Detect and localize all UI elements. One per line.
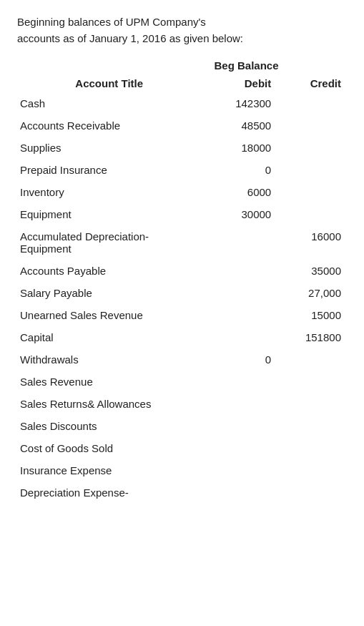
- table-row: Sales Discounts: [17, 415, 347, 437]
- cell-account: Insurance Expense: [17, 459, 207, 481]
- table-row: Depreciation Expense-: [17, 481, 347, 504]
- cell-credit: [277, 348, 347, 371]
- table-row: Withdrawals0: [17, 348, 347, 371]
- cell-credit: [277, 371, 347, 393]
- cell-debit: [207, 481, 277, 504]
- cell-credit: [277, 92, 347, 114]
- cell-account: Accounts Payable: [17, 260, 207, 282]
- cell-credit: 27,000: [277, 282, 347, 304]
- cell-account: Accounts Receivable: [17, 114, 207, 137]
- cell-account: Equipment: [17, 203, 207, 225]
- intro-line1: Beginning balances of UPM Company's: [17, 16, 206, 28]
- table-row: Unearned Sales Revenue15000: [17, 304, 347, 326]
- cell-credit: [277, 481, 347, 504]
- cell-debit: 6000: [207, 181, 277, 203]
- cell-debit: 142300: [207, 92, 277, 114]
- cell-debit: 30000: [207, 203, 277, 225]
- table-row: Cost of Goods Sold: [17, 437, 347, 459]
- cell-debit: [207, 393, 277, 415]
- cell-account: Inventory: [17, 181, 207, 203]
- cell-debit: 0: [207, 159, 277, 181]
- cell-credit: 151800: [277, 326, 347, 348]
- cell-account: Depreciation Expense-: [17, 481, 207, 504]
- cell-account: Sales Revenue: [17, 371, 207, 393]
- cell-debit: [207, 260, 277, 282]
- cell-account: Withdrawals: [17, 348, 207, 371]
- cell-account: Cash: [17, 92, 207, 114]
- table-row: Accounts Receivable48500: [17, 114, 347, 137]
- accounts-table: Account Title Debit Credit Cash142300Acc…: [17, 74, 347, 504]
- col-header-debit: Debit: [207, 74, 277, 92]
- cell-debit: [207, 459, 277, 481]
- cell-credit: [277, 393, 347, 415]
- table-row: Capital151800: [17, 326, 347, 348]
- table-row: Supplies18000: [17, 137, 347, 159]
- cell-account: Unearned Sales Revenue: [17, 304, 207, 326]
- cell-credit: 15000: [277, 304, 347, 326]
- table-row: Accumulated Depreciation-Equipment16000: [17, 225, 347, 260]
- cell-credit: [277, 203, 347, 225]
- table-row: Prepaid Insurance0: [17, 159, 347, 181]
- col-header-account: Account Title: [17, 74, 207, 92]
- cell-credit: 16000: [277, 225, 347, 260]
- cell-debit: [207, 371, 277, 393]
- cell-debit: [207, 326, 277, 348]
- cell-credit: [277, 437, 347, 459]
- cell-debit: [207, 225, 277, 260]
- intro-line2: accounts as of January 1, 2016 as given …: [17, 32, 243, 44]
- cell-account: Cost of Goods Sold: [17, 437, 207, 459]
- cell-account: Prepaid Insurance: [17, 159, 207, 181]
- cell-account: Capital: [17, 326, 207, 348]
- col-header-credit: Credit: [277, 74, 347, 92]
- table-row: Sales Revenue: [17, 371, 347, 393]
- cell-credit: [277, 137, 347, 159]
- cell-credit: [277, 181, 347, 203]
- cell-account: Salary Payable: [17, 282, 207, 304]
- cell-debit: 48500: [207, 114, 277, 137]
- table-row: Insurance Expense: [17, 459, 347, 481]
- cell-account: Sales Returns& Allowances: [17, 393, 207, 415]
- cell-credit: [277, 459, 347, 481]
- intro-paragraph: Beginning balances of UPM Company's acco…: [17, 14, 347, 47]
- cell-debit: [207, 415, 277, 437]
- cell-debit: 18000: [207, 137, 277, 159]
- table-row: Equipment30000: [17, 203, 347, 225]
- cell-debit: [207, 282, 277, 304]
- table-row: Sales Returns& Allowances: [17, 393, 347, 415]
- cell-debit: [207, 304, 277, 326]
- cell-account: Sales Discounts: [17, 415, 207, 437]
- table-row: Cash142300: [17, 92, 347, 114]
- cell-credit: [277, 114, 347, 137]
- beg-balance-header: Beg Balance: [17, 59, 347, 72]
- cell-account: Supplies: [17, 137, 207, 159]
- cell-credit: [277, 415, 347, 437]
- table-row: Inventory6000: [17, 181, 347, 203]
- cell-account: Accumulated Depreciation-Equipment: [17, 225, 207, 260]
- cell-debit: 0: [207, 348, 277, 371]
- table-row: Salary Payable27,000: [17, 282, 347, 304]
- table-row: Accounts Payable35000: [17, 260, 347, 282]
- cell-debit: [207, 437, 277, 459]
- cell-credit: [277, 159, 347, 181]
- cell-credit: 35000: [277, 260, 347, 282]
